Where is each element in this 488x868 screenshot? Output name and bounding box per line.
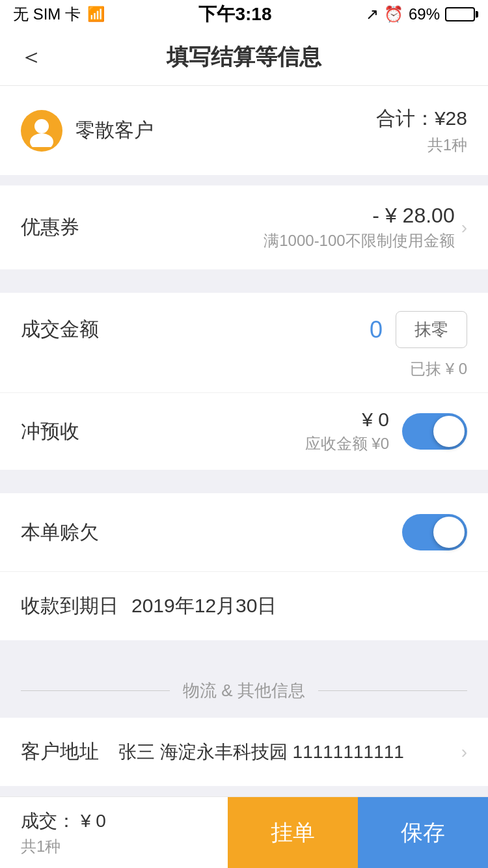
bottom-count: 共1种 — [21, 836, 207, 857]
due-date-value: 2019年12月30日 — [131, 593, 277, 619]
address-label: 客户地址 — [21, 739, 99, 765]
bottom-info: 成交： ¥ 0 共1种 — [0, 797, 228, 868]
back-button[interactable]: ＜ — [20, 41, 43, 73]
prepayment-row: 冲预收 ¥ 0 应收金额 ¥0 — [0, 392, 488, 470]
prepayment-receivable: 应收金额 ¥0 — [305, 433, 389, 454]
prepayment-label: 冲预收 — [21, 418, 79, 445]
bottom-transaction-label: 成交： — [21, 809, 75, 834]
debt-toggle-knob — [433, 517, 465, 548]
divider-line-left — [21, 690, 170, 691]
bottom-bar: 成交： ¥ 0 共1种 挂单 保存 — [0, 796, 488, 868]
bottom-transaction-wrap: 成交： ¥ 0 — [21, 809, 207, 834]
transaction-amount-row: 成交金额 0 抹零 — [0, 293, 488, 359]
debt-section: 本单赊欠 收款到期日 2019年12月30日 — [0, 493, 488, 640]
battery-icon — [445, 7, 475, 21]
round-button[interactable]: 抹零 — [396, 311, 467, 348]
svg-point-0 — [34, 119, 49, 133]
divider-line-right — [318, 690, 467, 691]
transaction-section: 成交金额 0 抹零 已抹 ¥ 0 冲预收 ¥ 0 应收金额 ¥0 — [0, 293, 488, 470]
customer-row: 零散客户 合计：¥28 共1种 — [0, 86, 488, 175]
customer-avatar — [21, 110, 62, 152]
customer-right: 合计：¥28 共1种 — [376, 105, 467, 156]
alarm-icon: ⏰ — [384, 5, 403, 23]
location-icon: ↗ — [366, 5, 379, 23]
status-time: 下午3:18 — [198, 2, 271, 27]
logistics-divider: 物流 & 其他信息 — [21, 679, 467, 702]
already-rounded-text: 已抹 ¥ 0 — [0, 359, 488, 392]
sim-status: 无 SIM 卡 — [13, 4, 81, 25]
total-count: 共1种 — [376, 135, 467, 156]
separator-3 — [0, 651, 488, 664]
coupon-section[interactable]: 优惠券 - ¥ 28.00 满1000-100不限制使用金额 › — [0, 185, 488, 269]
prepayment-right: ¥ 0 应收金额 ¥0 — [305, 409, 467, 454]
coupon-desc: 满1000-100不限制使用金额 — [264, 230, 454, 251]
address-section: 客户地址 张三 海淀永丰科技园 11111111111 › — [0, 718, 488, 786]
status-left: 无 SIM 卡 📶 — [13, 4, 105, 25]
amount-right: 0 抹零 — [344, 311, 467, 348]
toggle-knob — [433, 416, 465, 447]
separator-1 — [0, 280, 488, 293]
transaction-label: 成交金额 — [21, 316, 99, 343]
nav-bar: ＜ 填写结算等信息 — [0, 29, 488, 86]
debt-toggle[interactable] — [402, 514, 467, 550]
prepayment-toggle[interactable] — [402, 413, 467, 450]
status-bar: 无 SIM 卡 📶 下午3:18 ↗ ⏰ 69% — [0, 0, 488, 29]
separator-2 — [0, 480, 488, 493]
due-date-label: 收款到期日 — [21, 593, 118, 619]
address-row[interactable]: 客户地址 张三 海淀永丰科技园 11111111111 › — [0, 718, 488, 786]
battery-percent: 69% — [409, 5, 440, 23]
debt-label: 本单赊欠 — [21, 519, 99, 546]
logistics-section-header: 物流 & 其他信息 — [0, 664, 488, 718]
debt-row: 本单赊欠 — [0, 493, 488, 571]
logistics-label: 物流 & 其他信息 — [183, 679, 305, 702]
pending-button[interactable]: 挂单 — [228, 797, 358, 868]
coupon-arrow-icon: › — [461, 217, 467, 238]
content: 零散客户 合计：¥28 共1种 优惠券 - ¥ 28.00 满1000-100不… — [0, 86, 488, 868]
save-button[interactable]: 保存 — [358, 797, 488, 868]
coupon-label: 优惠券 — [21, 214, 79, 241]
svg-point-1 — [30, 133, 53, 147]
prepayment-amount: ¥ 0 — [305, 409, 389, 431]
due-date-row[interactable]: 收款到期日 2019年12月30日 — [0, 571, 488, 640]
user-icon — [25, 115, 58, 147]
address-arrow-icon: › — [461, 742, 467, 763]
wifi-icon: 📶 — [87, 6, 105, 23]
total-amount: 合计：¥28 — [376, 105, 467, 132]
coupon-row[interactable]: 优惠券 - ¥ 28.00 满1000-100不限制使用金额 › — [0, 185, 488, 269]
transaction-value: 0 — [344, 316, 383, 344]
prepayment-values: ¥ 0 应收金额 ¥0 — [305, 409, 389, 454]
page-title: 填写结算等信息 — [167, 42, 321, 72]
coupon-value-wrap: - ¥ 28.00 满1000-100不限制使用金额 — [264, 204, 454, 251]
status-right: ↗ ⏰ 69% — [366, 5, 475, 23]
coupon-amount: - ¥ 28.00 — [372, 204, 454, 228]
customer-left: 零散客户 — [21, 110, 154, 152]
bottom-transaction-value: ¥ 0 — [81, 811, 106, 832]
customer-section: 零散客户 合计：¥28 共1种 — [0, 86, 488, 175]
customer-name: 零散客户 — [75, 117, 154, 144]
address-value: 张三 海淀永丰科技园 11111111111 — [118, 740, 455, 765]
